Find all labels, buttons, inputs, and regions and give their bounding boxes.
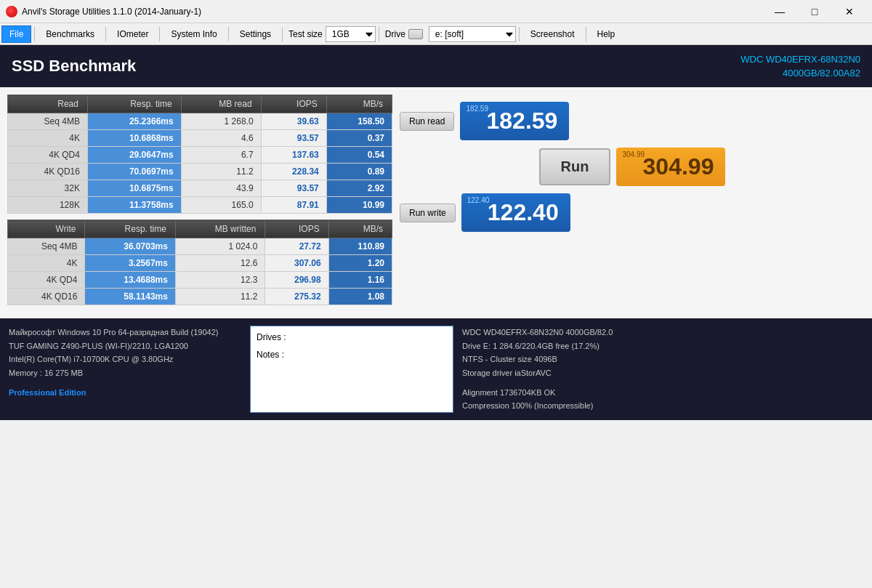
row-label: 4K QD4 [8,147,88,164]
overall-score-value: 304.99 [643,153,714,180]
tables-section: Read Resp. time MB read IOPS MB/s Seq 4M… [7,94,392,311]
mb-cell: 11.2 [175,289,265,305]
menu-separator-8 [586,27,586,41]
run-read-row: Run read 182.59 182.59 [400,102,865,140]
read-score-label: 182.59 [466,105,488,113]
row-label: 32K [8,180,88,197]
iops-cell: 137.63 [261,147,326,164]
menu-separator-3 [159,27,160,41]
minimize-button[interactable]: — [763,1,796,22]
drive-size: 4000GB/82.00A82 [783,68,860,78]
mbs-cell: 10.99 [326,197,392,214]
menu-separator-7 [519,27,520,41]
maximize-button[interactable]: □ [798,1,831,22]
mbs-cell: 0.37 [326,130,392,147]
write-col-header: Write [8,220,85,238]
iops-cell: 307.06 [265,255,328,272]
overall-score-box: 304.99 304.99 [616,148,725,186]
resp-time-cell: 58.1143ms [85,289,176,305]
mb-cell: 43.9 [181,180,261,197]
test-size-group: Test size 1GB 100MB 4GB [288,26,376,42]
resp-time-cell: 29.0647ms [87,147,181,164]
row-label: 4K QD4 [8,272,85,289]
menu-separator-2 [105,27,106,41]
app-icon [6,6,17,17]
iops-col-header: IOPS [261,95,326,113]
row-label: 4K [8,255,85,272]
menu-bar: File Benchmarks IOmeter System Info Sett… [0,23,872,45]
mbs-cell: 2.92 [326,180,392,197]
write-score-value: 122.40 [488,199,559,225]
table-row: Seq 4MB 36.0703ms 1 024.0 27.72 110.89 [8,238,392,255]
menu-separator-4 [228,27,229,41]
iops-cell: 93.57 [261,180,326,197]
resp-time-cell: 25.2366ms [87,113,181,130]
menu-iometer[interactable]: IOmeter [109,25,156,43]
read-table: Read Resp. time MB read IOPS MB/s Seq 4M… [7,94,392,214]
write-table: Write Resp. time MB written IOPS MB/s Se… [7,220,392,305]
drive-detail-2: Drive E: 1 284.6/220.4GB free (17.2%) [462,339,863,353]
menu-settings[interactable]: Settings [232,25,279,43]
menu-system-info[interactable]: System Info [163,25,225,43]
app-header: SSD Benchmark WDC WD40EFRX-68N32N0 4000G… [0,45,872,87]
run-read-button[interactable]: Run read [400,112,454,131]
write-score-label: 122.40 [467,196,490,204]
drive-group: Drive e: [soft] [385,26,516,42]
menu-screenshot[interactable]: Screenshot [522,25,583,43]
test-size-select[interactable]: 1GB 100MB 4GB [326,26,376,42]
menu-benchmarks[interactable]: Benchmarks [38,25,102,43]
menu-separator-1 [34,27,35,41]
read-col-header: Read [8,95,88,113]
run-write-button[interactable]: Run write [400,204,456,222]
title-bar-text: Anvil's Storage Utilities 1.1.0 (2014-Ja… [22,7,763,17]
iops-cell: 228.34 [261,164,326,180]
drive-select[interactable]: e: [soft] [429,26,516,42]
menu-file[interactable]: File [1,25,31,43]
sys-info: Майкрософт Windows 10 Pro 64-разрядная B… [9,326,241,413]
drive-detail-4: Storage driver iaStorAVC [462,366,863,380]
mb-cell: 1 268.0 [181,113,261,130]
sys-line-2: TUF GAMING Z490-PLUS (WI-FI)/2210, LGA12… [9,339,241,353]
table-row: 4K 10.6868ms 4.6 93.57 0.37 [8,130,392,147]
row-label: 4K QD16 [8,164,88,180]
mb-written-col-header: MB written [175,220,265,238]
iops-cell: 27.72 [265,238,328,255]
write-iops-col-header: IOPS [265,220,328,238]
overall-score-label: 304.99 [622,150,645,158]
mb-cell: 12.6 [175,255,265,272]
sys-line-3: Intel(R) Core(TM) i7-10700K CPU @ 3.80GH… [9,353,241,366]
table-row: 4K QD16 58.1143ms 11.2 275.32 1.08 [8,289,392,305]
read-score-box: 182.59 182.59 [460,102,569,140]
drive-select-wrapper[interactable]: e: [soft] [429,26,516,42]
row-label: Seq 4MB [8,113,88,130]
resp-time-cell: 10.6868ms [87,130,181,147]
drive-icon [408,29,423,39]
title-bar: Anvil's Storage Utilities 1.1.0 (2014-Ja… [0,0,872,23]
right-panel: Run read 182.59 182.59 Run 304.99 304.99… [400,94,865,311]
table-row: 4K 3.2567ms 12.6 307.06 1.20 [8,255,392,272]
resp-time-cell: 10.6875ms [87,180,181,197]
run-overall-row: Run 304.99 304.99 [539,148,726,186]
row-label: 4K QD16 [8,289,85,305]
row-label: 128K [8,197,88,214]
test-size-select-wrapper[interactable]: 1GB 100MB 4GB [326,26,376,42]
drive-details: WDC WD40EFRX-68N32N0 4000GB/82.0 Drive E… [462,326,863,413]
close-button[interactable]: ✕ [833,1,866,22]
main-content: Read Resp. time MB read IOPS MB/s Seq 4M… [0,87,872,318]
sys-line-4: Memory : 16 275 MB [9,366,241,380]
run-button[interactable]: Run [539,148,611,185]
drive-model: WDC WD40EFRX-68N32N0 [740,54,860,65]
mbs-cell: 1.16 [328,272,392,289]
mbs-cell: 1.08 [328,289,392,305]
iops-cell: 296.98 [265,272,328,289]
window-controls: — □ ✕ [763,1,866,22]
mb-read-col-header: MB read [181,95,261,113]
iops-cell: 275.32 [265,289,328,305]
drive-detail-1: WDC WD40EFRX-68N32N0 4000GB/82.0 [462,326,863,339]
menu-help[interactable]: Help [589,25,623,43]
mb-cell: 165.0 [181,197,261,214]
drive-info: WDC WD40EFRX-68N32N0 4000GB/82.00A82 [740,52,860,81]
table-row: 4K QD4 13.4688ms 12.3 296.98 1.16 [8,272,392,289]
mbs-cell: 158.50 [326,113,392,130]
resp-time-cell: 36.0703ms [85,238,176,255]
